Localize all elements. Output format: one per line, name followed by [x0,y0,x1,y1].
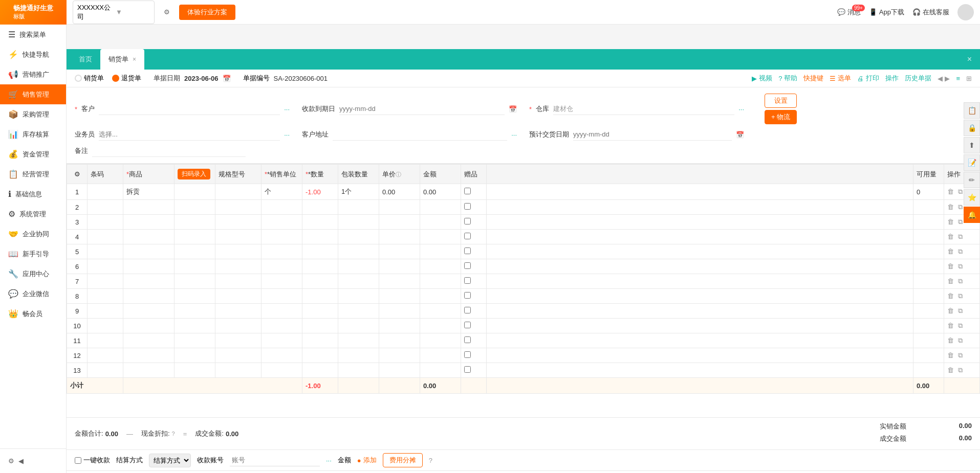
row-barcode[interactable] [88,348,123,363]
row-amount[interactable] [420,230,461,244]
tab-home[interactable]: 首页 [71,49,100,70]
row-gift[interactable] [461,348,487,363]
account-more-icon[interactable]: ··· [326,457,332,464]
delete-icon[interactable]: 🗑 [947,233,954,240]
row-spec[interactable] [215,289,262,304]
gift-checkbox[interactable] [464,203,471,210]
row-qty[interactable] [302,304,338,319]
row-price[interactable] [379,304,420,319]
row-pkgqty[interactable] [338,259,379,274]
expected-date-input[interactable] [573,128,732,141]
grid-view-icon[interactable]: ⊞ [966,75,972,82]
sidebar-item-search[interactable]: ☰ 搜索菜单 [0,25,66,44]
account-input[interactable] [230,454,320,466]
float-btn-1[interactable]: 📋 [964,102,980,119]
tab-close-icon[interactable]: × [133,56,136,63]
scan-btn[interactable]: 扫码录入 [178,169,210,179]
shortcut-link[interactable]: 快捷键 [803,74,823,83]
settings-button[interactable]: ⚙ [159,4,175,20]
sidebar-item-inventory[interactable]: 📊 库存核算 [0,124,66,144]
row-product[interactable]: 拆贡 [123,184,175,200]
delete-icon[interactable]: 🗑 [947,247,954,255]
row-price[interactable] [379,230,420,244]
copy-icon[interactable]: ⧉ [958,277,963,285]
row-product[interactable] [123,244,175,259]
salesperson-input[interactable] [99,128,280,141]
copy-icon[interactable]: ⧉ [958,307,963,314]
row-unit[interactable] [262,244,302,259]
row-pkgqty[interactable] [338,215,379,230]
copy-icon[interactable]: ⧉ [958,262,963,270]
row-amount[interactable] [420,274,461,289]
gift-checkbox[interactable] [464,336,471,343]
row-barcode[interactable] [88,319,123,333]
one-click-checkbox[interactable] [75,457,81,464]
gift-checkbox[interactable] [464,188,471,194]
app-download-btn[interactable]: 📱 App下载 [869,8,904,17]
delete-icon[interactable]: 🗑 [947,292,954,300]
trial-button[interactable]: 体验行业方案 [179,5,235,20]
float-btn-5[interactable]: ✏ [964,172,980,188]
row-remark[interactable] [487,244,913,259]
warehouse-more-icon[interactable]: ··· [738,105,744,113]
row-unit[interactable] [262,363,302,378]
row-product[interactable] [123,289,175,304]
delete-icon[interactable]: 🗑 [947,366,954,374]
row-remark[interactable] [487,259,913,274]
row-gift[interactable] [461,259,487,274]
row-spec[interactable] [215,215,262,230]
row-amount[interactable] [420,319,461,333]
row-qty[interactable] [302,363,338,378]
sidebar-item-finance[interactable]: 💰 资金管理 [0,144,66,164]
row-product[interactable] [123,319,175,333]
row-spec[interactable] [215,363,262,378]
row-product[interactable] [123,200,175,215]
ops-link[interactable]: 操作 [885,74,899,83]
video-link[interactable]: ▶ 视频 [752,74,772,83]
row-price[interactable] [379,259,420,274]
add-payment-btn[interactable]: ● 添加 [357,456,377,465]
row-barcode[interactable] [88,215,123,230]
row-remark[interactable] [487,289,913,304]
float-btn-3[interactable]: ⬆ [964,137,980,153]
company-selector[interactable]: XXXXXX公司 ▼ [73,1,155,24]
customer-addr-input[interactable] [333,128,507,141]
copy-icon[interactable]: ⧉ [958,292,963,300]
delete-icon[interactable]: 🗑 [947,277,954,285]
row-gift[interactable] [461,230,487,244]
row-gift[interactable] [461,274,487,289]
row-pkgqty[interactable] [338,363,379,378]
delete-icon[interactable]: 🗑 [947,203,954,211]
row-amount[interactable] [420,259,461,274]
customer-more-icon[interactable]: ··· [284,105,290,113]
row-pkgqty[interactable] [338,200,379,215]
row-qty[interactable]: -1.00 [302,184,338,200]
row-pkgqty[interactable] [338,348,379,363]
row-qty[interactable] [302,319,338,333]
row-barcode[interactable] [88,304,123,319]
sidebar-item-purchase[interactable]: 📦 采购管理 [0,104,66,124]
row-product[interactable] [123,348,175,363]
gift-checkbox[interactable] [464,247,471,254]
delete-icon[interactable]: 🗑 [947,336,954,344]
row-remark[interactable] [487,363,913,378]
row-pkgqty[interactable] [338,319,379,333]
row-spec[interactable] [215,259,262,274]
addr-more-icon[interactable]: ··· [511,131,517,139]
row-qty[interactable] [302,215,338,230]
row-barcode[interactable] [88,230,123,244]
copy-icon[interactable]: ⧉ [958,322,963,329]
salesperson-more-icon[interactable]: ··· [284,131,290,139]
row-amount[interactable] [420,200,461,215]
row-unit[interactable] [262,259,302,274]
expense-split-btn[interactable]: 费用分摊 [383,453,423,467]
gift-checkbox[interactable] [464,351,471,358]
copy-icon[interactable]: ⧉ [958,218,963,226]
row-remark[interactable] [487,348,913,363]
row-spec[interactable] [215,184,262,200]
delete-icon[interactable]: 🗑 [947,218,954,226]
sidebar-item-marketing[interactable]: 📢 营销推广 [0,64,66,84]
row-price[interactable] [379,363,420,378]
gift-checkbox[interactable] [464,277,471,284]
row-product[interactable] [123,259,175,274]
